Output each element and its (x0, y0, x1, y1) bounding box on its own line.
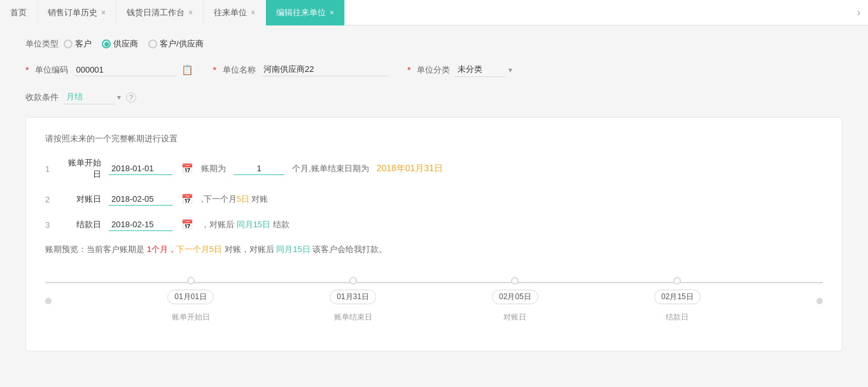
preview-text: 账期预览：当前客户账期是 1个月，下一个月5日 对账，对账后 同月15日 该客户… (45, 244, 823, 255)
main-content: 单位类型 客户 供应商 客户/供应商 (0, 25, 868, 382)
tab-edit-contact-label: 编辑往来单位 (276, 7, 326, 18)
payment-label: 收款条件 (25, 92, 59, 103)
timeline-badge-2: 01月31日 (330, 290, 376, 304)
unit-code-picker-icon[interactable]: 📋 (181, 64, 193, 76)
tab-edit-contact[interactable]: 编辑往来单位 × (266, 0, 345, 25)
period-row-2: 2 对账日 📅 ,下一个月5日 对账 (45, 193, 823, 206)
timeline-dot-3 (511, 277, 519, 285)
unit-type-label: 单位类型 (25, 38, 59, 50)
tab-cash-workbench-close-icon[interactable]: × (188, 8, 193, 17)
period-row3-suffix: ，对账后 同月15日 结款 (201, 219, 290, 230)
unit-type-item: 单位类型 客户 供应商 客户/供应商 (25, 38, 204, 50)
payment-select[interactable]: 月结 ▾ (64, 90, 121, 104)
timeline-point-1: 01月01日 账单开始日 (167, 277, 214, 323)
timeline-point-2: 01月31日 账单结束日 (330, 277, 376, 323)
timeline-dot-1 (187, 277, 195, 285)
payment-select-value: 月结 (64, 90, 115, 104)
tab-expand-icon[interactable]: › (850, 7, 868, 18)
timeline-dot-2 (349, 277, 357, 285)
payment-row: 收款条件 月结 ▾ ? (25, 90, 843, 104)
preview-month: 1个月， (147, 244, 176, 254)
unit-category-select[interactable]: 未分类 ▾ (455, 62, 512, 77)
timeline-point-3: 02月05日 对账日 (492, 277, 538, 323)
radio-customer[interactable]: 客户 (64, 38, 92, 50)
unit-name-label: 单位名称 (223, 64, 256, 76)
period-field-label-1: 账单开始日 (63, 157, 101, 180)
tab-contacts-label: 往来单位 (214, 7, 247, 18)
radio-supplier-circle (102, 39, 111, 48)
timeline-point-4: 02月15日 结款日 (654, 277, 701, 323)
radio-group: 客户 供应商 客户/供应商 (64, 38, 204, 50)
radio-both-circle (148, 39, 157, 48)
tabs-bar: 首页 销售订单历史 × 钱货日清工作台 × 往来单位 × 编辑往来单位 × › (0, 0, 868, 25)
unit-category-value: 未分类 (455, 62, 506, 77)
unit-category-chevron-icon: ▾ (508, 66, 512, 74)
radio-supplier-label: 供应商 (113, 38, 138, 50)
period-field-label-2: 对账日 (63, 194, 101, 205)
timeline-badge-4: 02月15日 (654, 290, 701, 304)
period-num-3: 3 (45, 220, 55, 230)
period-start-calendar-icon[interactable]: 📅 (181, 163, 193, 174)
timeline-dot-4 (673, 277, 681, 285)
timeline-start-dot (45, 298, 52, 304)
tab-contacts-close-icon[interactable]: × (251, 8, 255, 17)
preview-reconcile: 下一个月5日 (176, 244, 222, 254)
timeline-points: 01月01日 账单开始日 01月31日 账单结束日 02月05日 对账日 (45, 277, 823, 323)
unit-type-row: 单位类型 客户 供应商 客户/供应商 (25, 38, 843, 50)
timeline-label-4: 结款日 (666, 312, 689, 323)
period-field-label-3: 结款日 (63, 219, 101, 230)
radio-both[interactable]: 客户/供应商 (148, 38, 204, 50)
preview-mid: 对账，对账后 (222, 244, 276, 254)
tab-home-label: 首页 (10, 7, 27, 18)
period-payment-calendar-icon[interactable]: 📅 (181, 219, 193, 230)
preview-payment: 同月15日 (276, 244, 310, 254)
tab-contacts[interactable]: 往来单位 × (204, 0, 266, 25)
tab-edit-contact-close-icon[interactable]: × (330, 8, 334, 17)
unit-category-star: * (407, 65, 410, 75)
unit-code-item: * 单位编码 📋 (25, 64, 193, 76)
period-end-date: 2018年01月31日 (377, 163, 443, 174)
timeline-badge-3: 02月05日 (492, 290, 538, 304)
timeline-container: 01月01日 账单开始日 01月31日 账单结束日 02月05日 对账日 (45, 271, 823, 335)
radio-customer-circle (64, 39, 73, 48)
radio-supplier[interactable]: 供应商 (102, 38, 138, 50)
timeline-badge-1: 01月01日 (167, 290, 214, 304)
tab-sales-history-label: 销售订单历史 (48, 7, 97, 18)
period-row-3: 3 结款日 📅 ，对账后 同月15日 结款 (45, 218, 823, 231)
timeline-label-3: 对账日 (503, 312, 526, 323)
period-num-1: 1 (45, 164, 55, 174)
tab-sales-history-close-icon[interactable]: × (101, 8, 106, 17)
radio-both-label: 客户/供应商 (160, 38, 204, 50)
period-reconcile-calendar-icon[interactable]: 📅 (181, 194, 193, 205)
unit-category-item: * 单位分类 未分类 ▾ (407, 62, 512, 77)
payment-help-icon[interactable]: ? (126, 92, 136, 102)
period-suffix-after: 个月,账单结束日期为 (292, 163, 369, 174)
timeline-label-2: 账单结束日 (334, 312, 372, 323)
tab-cash-workbench[interactable]: 钱货日清工作台 × (116, 0, 204, 25)
period-payment-date-input[interactable] (109, 218, 172, 231)
period-row-1: 1 账单开始日 📅 账期为 个月,账单结束日期为 2018年01月31日 (45, 157, 823, 180)
preview-suffix: 该客户会给我打款。 (311, 244, 388, 254)
radio-supplier-inner (104, 42, 109, 46)
period-reconcile-date-input[interactable] (109, 193, 172, 206)
unit-code-input[interactable] (73, 64, 175, 76)
unit-code-label: 单位编码 (35, 64, 68, 76)
period-month-input[interactable] (234, 162, 284, 175)
timeline-label-1: 账单开始日 (172, 312, 210, 323)
payment-chevron-icon: ▾ (117, 93, 121, 102)
tab-cash-workbench-label: 钱货日清工作台 (127, 7, 185, 18)
period-suffix-before: 账期为 (201, 163, 226, 174)
unit-name-input[interactable] (261, 64, 388, 76)
unit-info-row: * 单位编码 📋 * 单位名称 * 单位分类 未分类 ▾ (25, 62, 843, 77)
unit-name-item: * 单位名称 (213, 64, 388, 76)
period-start-date-input[interactable] (109, 162, 172, 175)
preview-prefix: 账期预览：当前客户账期是 (45, 244, 147, 254)
tab-home[interactable]: 首页 (0, 0, 38, 25)
period-hint: 请按照未来的一个完整帐期进行设置 (45, 133, 823, 144)
unit-code-star: * (25, 65, 29, 75)
radio-customer-label: 客户 (75, 38, 92, 50)
unit-name-star: * (213, 65, 216, 75)
period-num-2: 2 (45, 195, 55, 204)
tab-sales-history[interactable]: 销售订单历史 × (38, 0, 116, 25)
timeline-end-dot (816, 298, 823, 304)
